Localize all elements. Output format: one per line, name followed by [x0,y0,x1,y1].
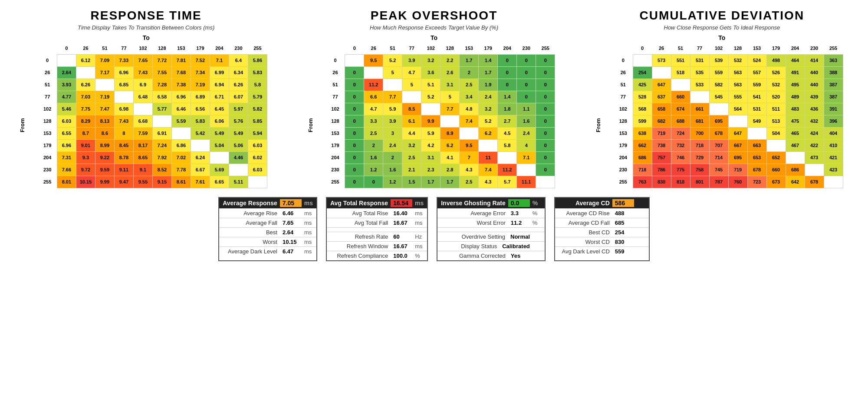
stats-row-label: Avg Total Rise [330,210,388,217]
stats-row-value: 6.47 [280,248,302,255]
stats-row-item: Average Fall7.65ms [219,218,316,228]
stats-row-item: Inverse Ghosting Rate0.0% [437,198,545,209]
stats-row-label: Overdrive Setting [441,233,505,240]
stats-row-value: 3.3 [508,210,530,217]
stats-row-unit: ms [304,220,313,226]
stats-row-label: Worst Error [441,220,506,226]
po-title: PEAK OVERSHOOT [371,9,497,23]
stats-row-label: Best CD [559,229,610,236]
stats-row-label: Worst [223,239,277,245]
po-to-label: To [292,34,575,41]
stats-header-label: Average CD [559,200,610,207]
stats-row-item: Average CD586 [555,198,649,209]
stats-row-label: Average CD Fall [559,220,610,226]
stats-row-unit: ms [304,239,313,245]
stats-row-item: Best2.64ms [219,228,316,237]
stats-row-value: 685 [612,220,634,226]
stats-header-label: Average Response [223,200,277,207]
stats-row-value: 11.2 [508,220,530,226]
stats-row-label: Worst CD [559,239,610,245]
stats-row-unit: ms [304,248,313,255]
stats-row-item: Refresh Compliance100.0% [327,251,427,260]
rt-stats-block: Average Response7.05msAverage Rise6.46ms… [218,197,317,261]
stats-row-unit: ms [304,229,313,236]
stats-row: Average Response7.05msAverage Rise6.46ms… [4,197,864,261]
stats-row-label: Gamma Corrected [441,253,506,259]
stats-row-item: Avg Total Fall16.67ms [327,218,427,228]
stats-row-value: 488 [612,210,634,217]
po-subtitle: How Much Response Exceeds Target Value B… [370,24,498,31]
stats-row-item: Avg Total Response16.54ms [327,198,427,209]
response-time-section: RESPONSE TIME Time Display Takes To Tran… [4,9,288,188]
stats-row-label: Average CD Rise [559,210,610,217]
stats-row-value: 100.0 [391,253,412,259]
rt-from-label: From [19,118,26,133]
stats-row-value: 16.67 [391,220,412,226]
stats-header-value: 586 [612,199,634,207]
stats-header-unit: % [533,200,541,207]
stats-row-value: 2.64 [280,229,302,236]
stats-row-label: Avg Dark Level CD [559,248,610,255]
stats-row-value: 7.65 [280,220,302,226]
stats-row-item: Average Rise6.46ms [219,209,316,218]
stats-row-item: Display StatusCalibrated [437,242,545,251]
stats-row-unit: ms [415,210,424,217]
stats-row-value: Calibrated [500,243,530,249]
rt-to-label: To [4,34,288,41]
stats-row-value: 60 [391,233,412,240]
stats-row-label: Refresh Window [330,243,388,249]
stats-row-value: 16.40 [391,210,412,217]
cd-title: CUMULATIVE DEVIATION [640,9,805,23]
stats-row-unit: ms [415,243,424,249]
stats-row-item: Best CD254 [555,228,649,237]
stats-header-label: Avg Total Response [330,200,388,207]
rt-heatmap: 026517710212815317920423025506.127.097.3… [38,42,267,188]
stats-header-value: 7.05 [280,199,302,207]
ig-stats-block: Inverse Ghosting Rate0.0%Average Error3.… [437,197,546,261]
stats-row-value: 559 [612,248,634,255]
stats-row-label: Refresh Rate [330,233,388,240]
stats-row-item [327,228,427,232]
stats-row-item: Refresh Window16.67ms [327,242,427,251]
cd-stats-block: Average CD586Average CD Rise488Average C… [554,197,650,261]
stats-row-unit: % [533,210,541,217]
po-heatmap: 026517710212815317920423025509.55.23.93.… [326,42,556,188]
charts-row: RESPONSE TIME Time Display Takes To Tran… [4,9,864,188]
stats-row-value: 254 [612,229,634,236]
stats-row-unit: % [415,253,424,259]
stats-row-item: Average Response7.05ms [219,198,316,209]
stats-row-value: 6.46 [280,210,302,217]
stats-row-label: Average Rise [223,210,277,217]
stats-row-item: Worst CD830 [555,237,649,247]
peak-overshoot-section: PEAK OVERSHOOT How Much Response Exceeds… [292,9,575,188]
stats-row-value: 830 [612,239,634,245]
stats-row-label: Avg Total Fall [330,220,388,226]
stats-row-item: Overdrive SettingNormal [437,232,545,242]
stats-row-label: Average Dark Level [223,248,277,255]
stats-row-item: Average Error3.3% [437,209,545,218]
rt-title: RESPONSE TIME [91,9,202,23]
stats-row-label: Refresh Compliance [330,253,388,259]
stats-row-item [437,228,545,232]
stats-row-unit: % [533,220,541,226]
stats-row-value: 16.67 [391,243,412,249]
stats-row-unit: ms [304,210,313,217]
stats-header-value: 0.0 [508,199,530,207]
stats-row-value: Yes [508,253,530,259]
stats-row-label: Best [223,229,277,236]
stats-row-item: Avg Dark Level CD559 [555,247,649,256]
po-stats-block: Avg Total Response16.54msAvg Total Rise1… [326,197,428,261]
stats-header-label: Inverse Ghosting Rate [441,200,506,207]
stats-row-label: Average Fall [223,220,277,226]
cumulative-deviation-section: CUMULATIVE DEVIATION How Close Response … [580,9,864,188]
stats-row-label: Display Status [441,243,497,249]
stats-row-item: Worst10.15ms [219,237,316,247]
stats-row-item: Average CD Rise488 [555,209,649,218]
stats-row-item: Avg Total Rise16.40ms [327,209,427,218]
cd-subtitle: How Close Response Gets To Ideal Respons… [664,24,780,31]
stats-row-unit: Hz [415,233,424,240]
stats-row-item: Refresh Rate60Hz [327,232,427,242]
stats-row-item: Gamma CorrectedYes [437,251,545,260]
stats-row-item: Worst Error11.2% [437,218,545,228]
stats-row-unit: ms [415,220,424,226]
